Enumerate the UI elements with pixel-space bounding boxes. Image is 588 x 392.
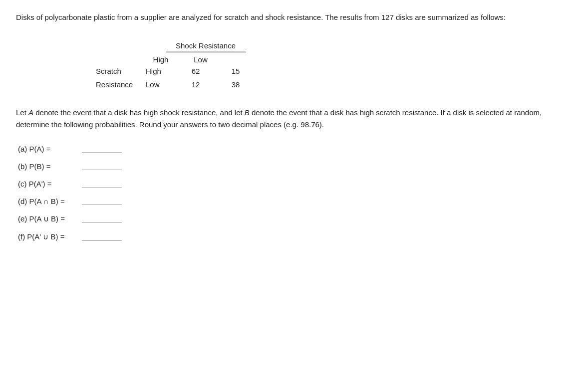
prob-row-a: (a) P(A) = bbox=[18, 145, 572, 153]
table-row-2: Resistance Low 12 38 bbox=[96, 80, 572, 89]
col-header-high: High bbox=[141, 55, 181, 64]
prob-answer-b bbox=[82, 162, 122, 170]
prob-answer-c bbox=[82, 180, 122, 188]
data-table-section: Shock Resistance High Low Scratch High 6… bbox=[96, 41, 572, 89]
variable-A: A bbox=[28, 108, 33, 117]
prob-answer-d bbox=[82, 197, 122, 205]
table-data-rows: Scratch High 62 15 Resistance Low 12 38 bbox=[96, 67, 572, 89]
row2-val-high: 12 bbox=[176, 80, 216, 89]
prob-answer-a bbox=[82, 145, 122, 153]
table-row-1: Scratch High 62 15 bbox=[96, 67, 572, 75]
intro-text: Disks of polycarbonate plastic from a su… bbox=[16, 12, 565, 23]
prob-label-f: (f) P(A' ∪ B) = bbox=[18, 232, 78, 241]
row2-val-low: 38 bbox=[216, 80, 256, 89]
probabilities-section: (a) P(A) = (b) P(B) = (c) P(A') = (d) P(… bbox=[18, 145, 572, 241]
prob-row-e: (e) P(A ∪ B) = bbox=[18, 214, 572, 223]
prob-answer-e bbox=[82, 215, 122, 223]
prob-label-d: (d) P(A ∩ B) = bbox=[18, 197, 78, 205]
variable-B: B bbox=[245, 108, 250, 117]
row1-sub-label: High bbox=[146, 67, 176, 75]
col-header-low: Low bbox=[181, 55, 221, 64]
prob-label-c: (c) P(A') = bbox=[18, 180, 78, 188]
row1-main-label: Scratch bbox=[96, 67, 146, 75]
prob-label-a: (a) P(A) = bbox=[18, 145, 78, 153]
prob-row-f: (f) P(A' ∪ B) = bbox=[18, 232, 572, 241]
prob-label-b: (b) P(B) = bbox=[18, 162, 78, 171]
prob-answer-f bbox=[82, 233, 122, 241]
column-headers-row: High Low bbox=[96, 55, 572, 64]
row2-main-label: Resistance bbox=[96, 80, 146, 89]
prob-row-d: (d) P(A ∩ B) = bbox=[18, 197, 572, 205]
prob-row-b: (b) P(B) = bbox=[18, 162, 572, 171]
prob-row-c: (c) P(A') = bbox=[18, 180, 572, 188]
shock-resistance-header-row: Shock Resistance bbox=[96, 41, 572, 52]
description-text: Let A denote the event that a disk has h… bbox=[16, 107, 572, 131]
row1-val-low: 15 bbox=[216, 67, 256, 75]
row1-val-high: 62 bbox=[176, 67, 216, 75]
shock-resistance-header: Shock Resistance bbox=[166, 41, 246, 52]
row2-sub-label: Low bbox=[146, 80, 176, 89]
prob-label-e: (e) P(A ∪ B) = bbox=[18, 214, 78, 223]
